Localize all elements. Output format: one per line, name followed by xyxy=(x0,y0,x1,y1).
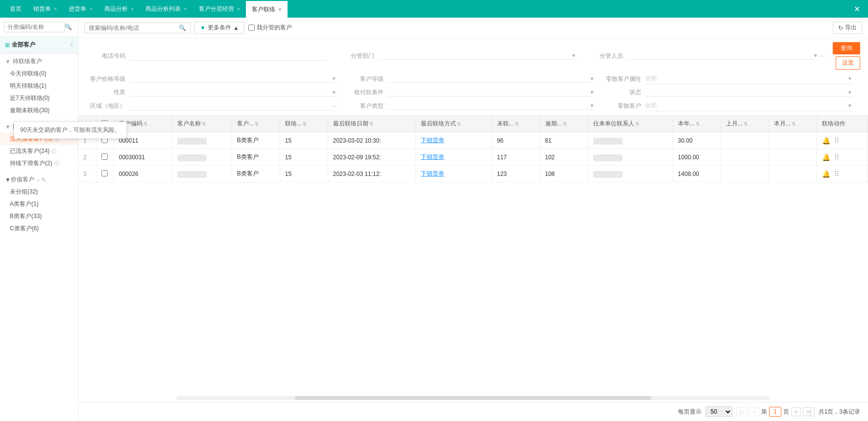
th-overdue[interactable]: 逾期...⇅ xyxy=(540,116,588,132)
td-overdue-1: 102 xyxy=(540,149,588,166)
th-this-year[interactable]: 本年...⇅ xyxy=(673,116,721,132)
td-action-1[interactable]: 🔔 ⠿ xyxy=(817,149,868,166)
filter-price-grade-select[interactable]: ▼ xyxy=(129,75,337,83)
filter-scattered-value: 全部 xyxy=(645,101,657,110)
horizontal-scrollbar[interactable] xyxy=(176,396,770,400)
filter-payment: 收付款条件 ▼ xyxy=(344,88,595,97)
sidebar-item-class-c[interactable]: C类客户(6) xyxy=(0,223,78,235)
sidebar-collapse-icon[interactable]: 《 xyxy=(68,42,73,49)
th-last-contact-method[interactable]: 最后联络方式⇅ xyxy=(416,116,492,132)
action-more-icon-0[interactable]: ⠿ xyxy=(834,137,839,145)
tab-product-analysis-list[interactable]: 商品分析列表 × xyxy=(140,0,193,18)
filter-customer-grade-select[interactable]: ▼ xyxy=(387,75,595,83)
my-customers-checkbox[interactable] xyxy=(248,25,255,31)
td-unlinked-2: 123 xyxy=(492,166,540,182)
sidebar-item-churned[interactable]: 已流失客户(24) ⓘ xyxy=(0,145,78,157)
sidebar-item-ungroup[interactable]: 未分组(32) xyxy=(0,186,78,198)
tab-close-customer-layering[interactable]: × xyxy=(237,6,240,12)
tab-close-product-analysis-list[interactable]: × xyxy=(184,6,187,12)
sidebar-value-header[interactable]: ▼ 价值客户 ○ ✎ xyxy=(0,173,78,186)
action-more-icon-2[interactable]: ⠿ xyxy=(834,170,839,178)
filter-scattered-select[interactable]: 全部 ▼ xyxy=(645,100,852,111)
th-customer-type[interactable]: 客户...⇅ xyxy=(232,116,280,132)
action-contact-icon-0[interactable]: 🔔 xyxy=(822,137,830,145)
td-action-2[interactable]: 🔔 ⠿ xyxy=(817,166,868,182)
sidebar-item-class-a[interactable]: A类客户(1) xyxy=(0,198,78,210)
query-button[interactable]: 查询 xyxy=(833,42,860,54)
td-checkbox-1[interactable] xyxy=(96,149,114,166)
th-last-month[interactable]: 上月...⇅ xyxy=(721,116,769,132)
td-method-1[interactable]: 下销货单 xyxy=(416,149,492,166)
filter-dept-select[interactable]: ▼ xyxy=(378,52,576,60)
filter-status-select[interactable]: ▼ xyxy=(645,89,852,97)
chevron-down-icon-9: ▼ xyxy=(589,103,594,108)
sidebar-item-today-pending[interactable]: 今天待联络(0) xyxy=(0,68,78,80)
td-name-blur-0 xyxy=(177,138,207,145)
filter-scattered-attr-select[interactable]: 全部 ▼ xyxy=(645,74,852,84)
page-next-button[interactable]: > xyxy=(791,407,801,416)
th-this-month[interactable]: 本月...⇅ xyxy=(769,116,817,132)
filter-customer-type-select[interactable]: ▼ xyxy=(387,102,595,110)
sidebar-section-pending-header[interactable]: ▼ 待联络客户 xyxy=(0,55,78,68)
td-action-0[interactable]: 🔔 ⠿ xyxy=(817,132,868,149)
tab-product-analysis[interactable]: 商品分析 × xyxy=(98,0,140,18)
td-name-1 xyxy=(172,149,232,166)
filter-phone-input[interactable] xyxy=(129,51,327,61)
page-current-number: 1 xyxy=(769,407,781,417)
chevron-down-icon-4: ▼ xyxy=(589,76,594,81)
tab-close-purchase-order[interactable]: × xyxy=(89,6,92,12)
sidebar-item-declining[interactable]: 持续下滑客户(2) ⓘ xyxy=(0,157,78,170)
row-checkbox-2[interactable] xyxy=(101,170,108,176)
filter-nature-select[interactable]: ▼ xyxy=(129,89,337,97)
tab-home[interactable]: 首页 xyxy=(4,0,27,18)
td-method-2[interactable]: 下销货单 xyxy=(416,166,492,182)
tab-customer-contact[interactable]: 客户联络 × xyxy=(246,0,287,18)
th-contact-person[interactable]: 往来单位联系人⇅ xyxy=(588,116,673,132)
action-more-icon-1[interactable]: ⠿ xyxy=(834,153,839,161)
export-button[interactable]: ↻ 导出 xyxy=(833,22,862,34)
tab-close-product-analysis[interactable]: × xyxy=(131,6,134,12)
th-contact-count[interactable]: 联络...⇅ xyxy=(280,116,328,132)
th-last-contact-date[interactable]: 最后联络日期⇅ xyxy=(328,116,416,132)
filter-region-select[interactable]: ··· xyxy=(129,101,337,111)
tab-close-customer-contact[interactable]: × xyxy=(278,6,281,12)
sidebar-item-tomorrow-pending[interactable]: 明天待联络(1) xyxy=(0,80,78,92)
tab-customer-layering[interactable]: 客户分层经营 × xyxy=(193,0,246,18)
window-close-button[interactable]: ✕ xyxy=(850,4,864,14)
sort-icon-date: ⇅ xyxy=(369,121,373,126)
page-first-button[interactable]: |< xyxy=(736,407,747,416)
td-num-1: 2 xyxy=(78,149,96,166)
filter-payment-select[interactable]: ▼ xyxy=(387,89,595,97)
sidebar-item-class-b[interactable]: B类客户(33) xyxy=(0,210,78,223)
action-contact-icon-2[interactable]: 🔔 xyxy=(822,170,830,178)
filter-person-dots[interactable]: ··· xyxy=(820,52,825,59)
action-contact-icon-1[interactable]: 🔔 xyxy=(822,153,830,161)
tab-purchase-order[interactable]: 进货单 × xyxy=(63,0,98,18)
sidebar-section-pending: ▼ 待联络客户 今天待联络(0) 明天待联络(1) 近7天待联络(0) 逾期未联… xyxy=(0,53,78,119)
tab-sales-order[interactable]: 销货单 × xyxy=(27,0,63,18)
td-method-0[interactable]: 下销货单 xyxy=(416,132,492,149)
more-conditions-button[interactable]: ▼ 更多条件 ▲ xyxy=(194,22,244,34)
main-search-icon[interactable]: 🔍 xyxy=(179,25,186,31)
td-checkbox-2[interactable] xyxy=(96,166,114,182)
sidebar-item-7days-pending[interactable]: 近7天待联络(0) xyxy=(0,92,78,104)
page-last-button[interactable]: >| xyxy=(803,407,814,416)
main-search-input[interactable] xyxy=(89,25,177,31)
tab-bar: 首页 销货单 × 进货单 × 商品分析 × 商品分析列表 × 客户分层经营 × … xyxy=(0,0,868,18)
page-prev-button[interactable]: < xyxy=(749,407,759,416)
settings-button[interactable]: 设置 xyxy=(836,56,860,70)
table-footer: 每页显示 50 100 |< < 第 1 页 > >| 共1页，3条记录 xyxy=(78,402,868,421)
th-name[interactable]: 客户名称⇅ xyxy=(172,116,232,132)
scrollbar-thumb[interactable] xyxy=(295,396,651,400)
filter-person-select[interactable]: ▼ xyxy=(627,52,818,60)
sidebar-all-customers[interactable]: ⊞ 全部客户 《 xyxy=(0,37,78,53)
row-checkbox-1[interactable] xyxy=(101,153,108,160)
tab-close-sales-order[interactable]: × xyxy=(54,6,57,12)
per-page-select[interactable]: 50 100 xyxy=(705,406,732,417)
chevron-down-icon-5: ▼ xyxy=(847,76,852,81)
th-unlinked[interactable]: 未联...⇅ xyxy=(492,116,540,132)
filter-region-dots[interactable]: ··· xyxy=(332,102,337,109)
sidebar-item-overdue-pending[interactable]: 逾期未联络(30) xyxy=(0,104,78,117)
filter-price-grade-label: 客户价格等级 xyxy=(86,75,125,83)
sidebar-search-input[interactable] xyxy=(4,22,65,32)
